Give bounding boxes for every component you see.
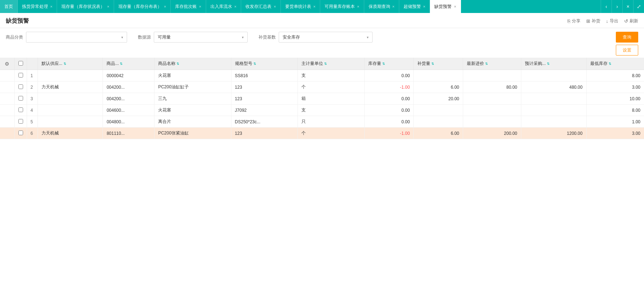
tab-close-btn[interactable]: × bbox=[50, 4, 52, 9]
row-supplier: 力天机械 bbox=[38, 81, 103, 93]
export-action[interactable]: ↓ 导出 bbox=[606, 18, 619, 24]
row-checkbox-cell[interactable] bbox=[14, 128, 27, 139]
gear-icon[interactable]: ⚙ bbox=[5, 61, 9, 67]
nav-tab------[interactable]: 出入库流水× bbox=[206, 0, 241, 13]
spec-sort-icon: ⇅ bbox=[253, 62, 256, 66]
row-unit: 个 bbox=[297, 81, 364, 93]
nav-tab-label: 现存量（库存分布表） bbox=[118, 4, 162, 10]
nav-tab--------[interactable]: 可用量库存账本× bbox=[320, 0, 364, 13]
th-checkbox[interactable] bbox=[14, 58, 27, 70]
row-supplier: 力天机械 bbox=[38, 128, 103, 139]
row-gear-cell bbox=[0, 105, 14, 116]
row-checkbox[interactable] bbox=[18, 107, 23, 112]
row-code: 004600... bbox=[103, 105, 155, 116]
replenish-base-select[interactable]: 安全库存 ▾ bbox=[279, 32, 373, 43]
row-checkbox[interactable] bbox=[18, 96, 23, 101]
refresh-action[interactable]: ↺ 刷新 bbox=[624, 18, 638, 24]
row-spec: SS816 bbox=[231, 70, 297, 81]
row-checkbox-cell[interactable] bbox=[14, 70, 27, 81]
datasource-select[interactable]: 可用量 ▾ bbox=[154, 32, 248, 43]
th-stock[interactable]: 库存量⇅ bbox=[364, 58, 414, 70]
row-stock: -1.00 bbox=[364, 128, 414, 139]
row-supplier bbox=[38, 105, 103, 116]
row-name: 火花塞 bbox=[155, 105, 231, 116]
tab-close-btn[interactable]: × bbox=[199, 4, 201, 9]
row-min-stock: 3.00 bbox=[586, 81, 644, 93]
th-min-stock[interactable]: 最低库存⇅ bbox=[586, 58, 644, 70]
query-button[interactable]: 查询 bbox=[616, 32, 638, 43]
tab-close-btn[interactable]: × bbox=[164, 4, 166, 9]
nav-tab-------[interactable]: 拣货异常处理× bbox=[18, 0, 57, 13]
filter-buttons: 查询 设置 bbox=[616, 32, 638, 56]
nav-tab---[interactable]: 首页 bbox=[0, 0, 18, 13]
row-min-stock: 8.00 bbox=[586, 105, 644, 116]
row-unit: 只 bbox=[297, 116, 364, 128]
th-latest-price[interactable]: 最新进价⇅ bbox=[463, 58, 521, 70]
nav-tab-----------[interactable]: 现存量（库存分布表）× bbox=[114, 0, 171, 13]
nav-tab------[interactable]: 保质期查询× bbox=[364, 0, 399, 13]
row-checkbox[interactable] bbox=[18, 131, 23, 135]
replenish-base-value: 安全库存 bbox=[283, 34, 300, 40]
tab-close-btn[interactable]: × bbox=[274, 4, 276, 9]
row-latest-price: 80.00 bbox=[463, 81, 521, 93]
row-checkbox-cell[interactable] bbox=[14, 81, 27, 93]
row-checkbox-cell[interactable] bbox=[14, 116, 27, 128]
nav-tab-----[interactable]: 缺货预警× bbox=[430, 0, 461, 13]
row-checkbox[interactable] bbox=[18, 119, 23, 124]
share-action[interactable]: ⎘ 分享 bbox=[567, 18, 580, 24]
latest-price-sort-icon: ⇅ bbox=[485, 62, 488, 66]
th-code[interactable]: 商品...⇅ bbox=[103, 58, 155, 70]
nav-tab-----------[interactable]: 现存量（库存状况表）× bbox=[57, 0, 114, 13]
header-actions: ⎘ 分享 ⊞ 补货 ↓ 导出 ↺ 刷新 bbox=[567, 18, 639, 24]
tab-close-btn[interactable]: × bbox=[357, 4, 359, 9]
tab-close-btn[interactable]: × bbox=[107, 4, 109, 9]
row-checkbox-cell[interactable] bbox=[14, 105, 27, 116]
row-number: 5 bbox=[27, 116, 38, 128]
row-replenish bbox=[414, 70, 463, 81]
th-unit[interactable]: 主计量单位⇅ bbox=[297, 58, 364, 70]
datasource-chevron: ▾ bbox=[242, 35, 244, 39]
row-unit: 支 bbox=[297, 70, 364, 81]
nav-tab-------[interactable]: 要货单统计表× bbox=[281, 0, 320, 13]
nav-prev-btn[interactable]: ‹ bbox=[601, 0, 612, 13]
nav-tab-label: 库存批次账 bbox=[175, 4, 197, 10]
row-checkbox[interactable] bbox=[18, 73, 23, 78]
row-stock: 0.00 bbox=[364, 70, 414, 81]
tab-close-btn[interactable]: × bbox=[423, 4, 425, 9]
nav-next-btn[interactable]: › bbox=[612, 0, 622, 13]
row-name: 离合片 bbox=[155, 116, 231, 128]
row-checkbox-cell[interactable] bbox=[14, 93, 27, 105]
row-unit: 个 bbox=[297, 128, 364, 139]
nav-tab-----[interactable]: 超储预警× bbox=[399, 0, 430, 13]
th-est-purchase[interactable]: 预计采购...⇅ bbox=[521, 58, 586, 70]
category-select[interactable]: ▾ bbox=[26, 32, 127, 43]
page-container: 缺货预警 ⎘ 分享 ⊞ 补货 ↓ 导出 ↺ 刷新 商品分类 bbox=[0, 13, 644, 287]
tab-close-btn[interactable]: × bbox=[392, 4, 395, 9]
th-name[interactable]: 商品名称⇅ bbox=[155, 58, 231, 70]
replenish-action[interactable]: ⊞ 补货 bbox=[586, 18, 600, 24]
nav-tab-------[interactable]: 收发存汇总表× bbox=[241, 0, 280, 13]
row-est-purchase: 480.00 bbox=[521, 81, 586, 93]
datasource-filter-group: 数据源 可用量 ▾ bbox=[138, 32, 248, 43]
row-spec: J7092 bbox=[231, 105, 297, 116]
th-spec[interactable]: 规格型号⇅ bbox=[231, 58, 297, 70]
settings-button[interactable]: 设置 bbox=[616, 45, 638, 56]
row-checkbox[interactable] bbox=[18, 84, 23, 89]
nav-tab------[interactable]: 库存批次账× bbox=[171, 0, 206, 13]
tab-close-btn[interactable]: × bbox=[234, 4, 236, 9]
th-settings[interactable]: ⚙ bbox=[0, 58, 14, 70]
row-code: 0000042 bbox=[103, 70, 155, 81]
nav-close-btn[interactable]: × bbox=[622, 0, 633, 13]
table-row: 1 0000042 火花塞 SS816 支 0.00 8.00 bbox=[0, 70, 644, 81]
th-replenish[interactable]: 补货量⇅ bbox=[414, 58, 463, 70]
nav-expand-btn[interactable]: ⤢ bbox=[633, 0, 644, 13]
row-spec: 123 bbox=[231, 81, 297, 93]
row-latest-price bbox=[463, 70, 521, 81]
row-gear-cell bbox=[0, 70, 14, 81]
select-all-checkbox[interactable] bbox=[18, 61, 23, 66]
tab-close-btn[interactable]: × bbox=[313, 4, 316, 9]
row-gear-cell bbox=[0, 81, 14, 93]
tab-close-btn[interactable]: × bbox=[454, 4, 456, 9]
th-supplier[interactable]: 默认供应...⇅ bbox=[38, 58, 103, 70]
table-row: 5 004800... 离合片 DS250*23c... 只 0.00 1.00 bbox=[0, 116, 644, 128]
